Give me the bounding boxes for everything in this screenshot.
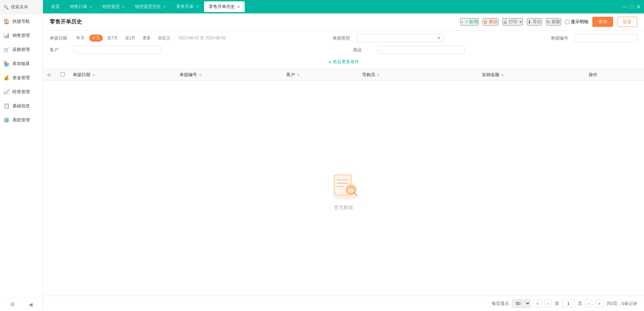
display-detail-checkbox[interactable] — [565, 20, 569, 24]
tab-bar: 首页 销售订单 ✕ 销货退货 ✕ 销货退货历史 ✕ 零售开单 ✕ 零售开单历史 … — [43, 0, 644, 13]
date-btn-1month[interactable]: 近1月 — [122, 35, 138, 42]
sidebar-item-inventory[interactable]: 🏪 库存核算 — [0, 57, 43, 71]
next-page-button[interactable]: › — [585, 300, 592, 307]
sidebar-item-finance[interactable]: 💰 资金管理 — [0, 71, 43, 85]
display-detail-toggle[interactable]: 显示明细 — [565, 19, 588, 25]
query-button[interactable]: 查询 — [592, 17, 613, 27]
refresh-icon: ↻ — [547, 19, 550, 24]
maximize-button[interactable]: □ — [630, 4, 634, 10]
pagination: 每页显示 20 50 100 « ‹ 第 页 › » 共0页，0条记录 — [43, 296, 644, 311]
close-button[interactable]: ✕ — [636, 4, 641, 10]
print-arrow-icon: ▼ — [519, 20, 522, 24]
customer-select[interactable]: ... — [74, 46, 161, 54]
date-btn-today[interactable]: 今天 — [89, 35, 103, 42]
empty-state: 暂无数据 — [43, 81, 644, 296]
goods-filter-label: 商品 — [353, 47, 372, 53]
doc-type-arrow-icon: ▼ — [437, 36, 441, 41]
table-col-no[interactable]: 单据编号 ⇅ — [176, 69, 282, 81]
sort-icon-date: ⇅ — [92, 73, 95, 77]
collapse-sidebar-button[interactable]: ◀ — [29, 301, 33, 308]
collapse-arrow-icon: ∧ — [328, 59, 332, 64]
sidebar-item-label: 基础信息 — [12, 103, 30, 109]
export-button[interactable]: ⬇ 导出 — [527, 18, 542, 25]
date-btn-7days[interactable]: 近7天 — [105, 35, 120, 42]
page-header: 零售开单历史 + + 新增 🗑 删除 🖨 打印 ▼ ⬇ 导出 — [43, 13, 644, 31]
page-label-after: 页 — [578, 301, 582, 307]
goods-select[interactable]: ... — [377, 46, 464, 54]
doc-no-input[interactable] — [575, 34, 637, 42]
sidebar-item-purchase-mgmt[interactable]: 🛒 采购管理 — [0, 43, 43, 57]
table-col-salesperson[interactable]: 导购员 ⇅ — [358, 69, 449, 81]
sidebar-item-label: 快捷导航 — [12, 18, 30, 24]
prev-page-button[interactable]: ‹ — [545, 300, 552, 307]
sort-icon-amount: ⇅ — [501, 73, 504, 77]
print-button[interactable]: 🖨 打印 ▼ — [502, 18, 523, 25]
table-header-gear: ⚙ — [43, 69, 56, 81]
date-btn-more[interactable]: 更多 — [140, 35, 153, 42]
sidebar-item-operations[interactable]: 📈 经营管理 — [0, 85, 43, 99]
tab-sales-order[interactable]: 销售订单 ✕ — [65, 1, 97, 12]
tab-retail-history-close[interactable]: ✕ — [237, 5, 240, 9]
collapse-label: 收起更多条件 — [333, 59, 359, 65]
minimize-button[interactable]: — — [622, 4, 628, 10]
sidebar-item-quick-nav[interactable]: 🏠 快捷导航 — [0, 14, 43, 29]
settings-footer-button[interactable]: ⚙ — [10, 301, 15, 308]
col-salesperson-label: 导购员 — [362, 72, 375, 77]
tab-home[interactable]: 首页 — [46, 1, 64, 12]
page-number-input[interactable] — [562, 300, 575, 307]
refresh-button[interactable]: ↻ 刷新 — [546, 18, 561, 25]
sidebar-search[interactable]: 🔍 搜索采单 — [0, 0, 43, 14]
date-btn-custom[interactable]: 自定义 — [155, 35, 173, 42]
tab-home-label: 首页 — [51, 4, 60, 10]
tab-sales-return-history-close[interactable]: ✕ — [163, 5, 166, 9]
tab-retail-history-label: 零售开单历史 — [209, 4, 235, 10]
tab-sales-return-history[interactable]: 销货退货历史 ✕ — [130, 1, 171, 12]
collapse-filter-button[interactable]: ∧ 收起更多条件 — [50, 57, 637, 66]
main-area: 首页 销售订单 ✕ 销货退货 ✕ 销货退货历史 ✕ 零售开单 ✕ 零售开单历史 … — [43, 0, 644, 311]
system-icon: ⚙️ — [3, 117, 10, 123]
sidebar-footer: ⚙ ◀ — [0, 298, 43, 311]
customer-dots: ... — [77, 47, 158, 52]
last-page-button[interactable]: » — [595, 300, 603, 307]
home-icon: 🏠 — [3, 18, 10, 24]
table-header-checkbox — [56, 69, 69, 81]
filter-area: 单据日期 昨天 今天 近7天 近1月 更多 自定义 2023-06-02 至 2… — [43, 31, 644, 69]
first-page-button[interactable]: « — [533, 300, 542, 307]
sidebar-item-label: 经营管理 — [12, 89, 30, 95]
filter-row-2: 客户 ... 商品 ... — [50, 46, 637, 54]
tab-sales-order-close[interactable]: ✕ — [89, 5, 92, 9]
sidebar-item-label: 资金管理 — [12, 75, 30, 81]
table-col-date[interactable]: 单据日期 ⇅ — [69, 69, 176, 81]
tab-retail-history[interactable]: 零售开单历史 ✕ — [204, 1, 245, 12]
sidebar-item-sales-mgmt[interactable]: 📊 销售管理 — [0, 29, 43, 43]
delete-button[interactable]: 🗑 删除 — [483, 18, 498, 25]
print-icon: 🖨 — [503, 19, 507, 24]
table-header-row: ⚙ 单据日期 ⇅ 单据编号 ⇅ — [43, 69, 644, 81]
table-col-spacer — [449, 69, 478, 81]
tab-retail-open-close[interactable]: ✕ — [196, 5, 199, 9]
col-customer-label: 客户 — [286, 72, 295, 77]
add-button[interactable]: + + 新增 — [460, 18, 479, 25]
select-all-checkbox[interactable] — [60, 72, 65, 76]
sidebar-item-basics[interactable]: 📋 基础信息 — [0, 99, 43, 113]
date-btn-yesterday[interactable]: 昨天 — [74, 35, 87, 42]
page-size-select[interactable]: 20 50 100 — [512, 299, 531, 308]
page-title: 零售开单历史 — [50, 18, 82, 25]
goods-dots: ... — [380, 47, 461, 52]
tab-sales-return[interactable]: 销货退货 ✕ — [98, 1, 130, 12]
doc-no-label: 单据编号 — [551, 35, 569, 41]
table-col-amount[interactable]: 实销金额 ⇅ — [478, 69, 585, 81]
inventory-icon: 🏪 — [3, 61, 10, 67]
sidebar-item-label: 采购管理 — [12, 47, 30, 53]
sidebar-item-label: 销售管理 — [12, 33, 30, 39]
settings-button[interactable]: 设置 — [617, 17, 637, 27]
sidebar-item-label: 库存核算 — [12, 61, 30, 67]
doc-type-select[interactable]: ▼ — [357, 34, 444, 42]
tab-sales-return-close[interactable]: ✕ — [122, 5, 125, 9]
tab-sales-return-history-label: 销货退货历史 — [135, 4, 161, 10]
gear-icon[interactable]: ⚙ — [47, 72, 51, 77]
tab-retail-open[interactable]: 零售开单 ✕ — [171, 1, 203, 12]
table-col-customer[interactable]: 客户 ⇅ — [282, 69, 358, 81]
svg-point-0 — [334, 196, 357, 200]
sidebar-item-system[interactable]: ⚙️ 系统管理 — [0, 113, 43, 127]
